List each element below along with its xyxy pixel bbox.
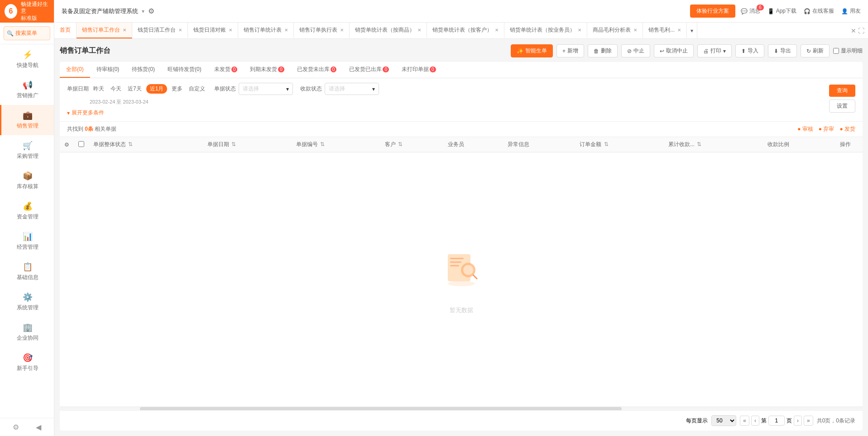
col-settings[interactable]: ⚙ xyxy=(60,137,74,152)
refresh-button[interactable]: ↻ 刷新 xyxy=(801,44,830,57)
sidebar-item-basic-info[interactable]: 📋 基础信息 xyxy=(0,256,54,287)
sidebar-item-purchase[interactable]: 🛒 采购管理 xyxy=(0,135,54,166)
date-more-btn[interactable]: 更多 xyxy=(170,84,184,94)
date-1month-btn[interactable]: 近1月 xyxy=(146,84,168,94)
topbar-gear-icon[interactable]: ⚙ xyxy=(148,7,154,15)
export-button[interactable]: ⬇ 导出 xyxy=(768,44,797,57)
new-button[interactable]: + 新增 xyxy=(556,44,584,57)
subtab-not-printed[interactable]: 未打印单据0 xyxy=(395,62,442,78)
tab-close-all-icon[interactable]: ✕ xyxy=(851,27,856,34)
deliver-action[interactable]: ● 发货 xyxy=(839,125,855,133)
select-all-checkbox[interactable] xyxy=(78,141,84,147)
last-page-button[interactable]: » xyxy=(804,416,813,426)
tab-close-icon[interactable]: ✕ xyxy=(417,28,421,33)
search-menu-button[interactable]: 🔍 搜索菜单 xyxy=(4,26,50,40)
sidebar-item-finance[interactable]: 💰 资金管理 xyxy=(0,196,54,226)
tab-close-icon[interactable]: ✕ xyxy=(578,28,581,33)
sort-amount-icon[interactable]: ⇅ xyxy=(604,141,609,147)
tab-cash-reconcile[interactable]: 钱货日清对账 ✕ xyxy=(188,23,238,38)
tab-sales-profit[interactable]: 销售毛利... ✕ xyxy=(643,23,687,38)
subtab-pending-audit[interactable]: 待审核(0) xyxy=(90,62,126,78)
tab-goods-stat-customer[interactable]: 销货单统计表（按客户） ✕ xyxy=(427,23,504,38)
sort-date-icon[interactable]: ⇅ xyxy=(231,141,236,147)
subtab-overdue-ship[interactable]: 到期未发货0 xyxy=(244,62,291,78)
subtab-not-shipped[interactable]: 未发货0 xyxy=(208,62,244,78)
sidebar-item-inventory[interactable]: 📦 库存核算 xyxy=(0,166,54,196)
date-custom-btn[interactable]: 自定义 xyxy=(187,84,207,94)
sort-number-icon[interactable]: ⇅ xyxy=(320,141,325,147)
show-detail-checkbox[interactable] xyxy=(833,48,839,54)
message-button[interactable]: 💬 消息 6 xyxy=(741,7,760,15)
sidebar-collapse-btn[interactable]: ◀ xyxy=(36,423,41,431)
sidebar-item-marketing[interactable]: 📢 营销推广 xyxy=(0,75,54,105)
unaudit-action[interactable]: ● 弃审 xyxy=(819,125,834,133)
sidebar-settings-btn[interactable]: ⚙ xyxy=(13,423,19,431)
date-yesterday-btn[interactable]: 昨天 xyxy=(91,84,106,94)
date-today-btn[interactable]: 今天 xyxy=(109,84,123,94)
prev-page-button[interactable]: ‹ xyxy=(751,416,759,426)
next-page-button[interactable]: › xyxy=(794,416,802,426)
subtab-shipped-out[interactable]: 已发货已出库0 xyxy=(343,62,395,78)
sort-collected-icon[interactable]: ⇅ xyxy=(697,141,701,147)
tab-close-icon[interactable]: ✕ xyxy=(495,28,499,33)
stop-icon: ⊘ xyxy=(627,48,632,54)
tab-sales-exec[interactable]: 销售订单执行表 ✕ xyxy=(294,23,350,38)
import-button[interactable]: ⬆ 导入 xyxy=(735,44,764,57)
show-detail-label[interactable]: 显示明细 xyxy=(833,47,863,55)
payment-select[interactable]: 请选择 ▾ xyxy=(325,83,379,95)
tab-close-icon[interactable]: ✕ xyxy=(340,28,344,33)
subtab-all[interactable]: 全部(0) xyxy=(60,62,90,78)
subtab-pending-pick[interactable]: 待拣货(0) xyxy=(125,62,161,78)
stop-button[interactable]: ⊘ 中止 xyxy=(621,44,650,57)
subtab-shipped-not-out[interactable]: 已发货未出库0 xyxy=(291,62,343,78)
sort-overall-status-icon[interactable]: ⇅ xyxy=(128,141,133,147)
delete-button[interactable]: 🗑 删除 xyxy=(588,44,618,57)
page-size-select[interactable]: 10 20 50 100 xyxy=(711,415,736,426)
sidebar-item-guide[interactable]: 🎯 新手引导 xyxy=(0,347,54,378)
tab-close-icon[interactable]: ✕ xyxy=(284,28,288,33)
tab-sales-stat[interactable]: 销售订单统计表 ✕ xyxy=(238,23,294,38)
query-button[interactable]: 查询 xyxy=(829,85,855,97)
topbar-dropdown-icon[interactable]: ▾ xyxy=(142,8,144,14)
date-options: 昨天 今天 近7天 近1月 更多 自定义 xyxy=(91,84,207,94)
tab-close-icon[interactable]: ✕ xyxy=(677,28,681,33)
tab-goods-stat-product[interactable]: 销货单统计表（按商品） ✕ xyxy=(350,23,427,38)
print-button[interactable]: 🖨 打印 ▾ xyxy=(697,44,732,57)
logo-icon: 6 xyxy=(5,4,17,19)
tab-close-icon[interactable]: ✕ xyxy=(123,28,126,33)
sidebar-item-operation[interactable]: 📊 经营管理 xyxy=(0,226,54,256)
tab-cash-clear[interactable]: 钱货日清工作台 ✕ xyxy=(132,23,188,38)
smart-generate-button[interactable]: ✨ 智能生单 xyxy=(511,44,553,57)
tab-more-button[interactable]: ▾ xyxy=(687,23,697,38)
sidebar-item-enterprise[interactable]: 🏢 企业协同 xyxy=(0,317,54,347)
horizontal-scrollbar[interactable] xyxy=(60,407,863,410)
tab-goods-stat-staff[interactable]: 销货单统计表（按业务员） ✕ xyxy=(504,23,587,38)
page-number-input[interactable] xyxy=(768,416,785,426)
audit-action[interactable]: ● 审核 xyxy=(797,125,813,133)
tab-home[interactable]: 首页 xyxy=(54,23,77,38)
purchase-icon: 🛒 xyxy=(23,141,33,151)
sort-customer-icon[interactable]: ⇅ xyxy=(398,141,403,147)
sidebar-item-system[interactable]: ⚙️ 系统管理 xyxy=(0,287,54,317)
filter-setting-button[interactable]: 设置 xyxy=(829,100,855,113)
tab-expand-icon[interactable]: ⛶ xyxy=(858,27,864,34)
expand-more-button[interactable]: ▾ 展开更多条件 xyxy=(67,109,104,117)
tab-close-icon[interactable]: ✕ xyxy=(229,28,232,33)
sidebar-item-quick-nav[interactable]: ⚡ 快捷导航 xyxy=(0,44,54,75)
operation-icon: 📊 xyxy=(23,232,33,242)
subtab-wangpu-ship[interactable]: 旺铺待发货(0) xyxy=(161,62,208,78)
app-download-button[interactable]: 📱 App下载 xyxy=(767,7,796,15)
cancel-stop-button[interactable]: ↩ 取消中止 xyxy=(654,44,694,57)
date-7days-btn[interactable]: 近7天 xyxy=(126,84,144,94)
col-checkbox[interactable] xyxy=(74,137,89,152)
tab-close-icon[interactable]: ✕ xyxy=(633,28,637,33)
first-page-button[interactable]: « xyxy=(740,416,749,426)
user-menu-button[interactable]: 👤 用友 xyxy=(841,7,861,15)
tab-close-icon[interactable]: ✕ xyxy=(178,28,182,33)
tab-sales-workbench[interactable]: 销售订单工作台 ✕ xyxy=(77,23,132,38)
sidebar-item-sales[interactable]: 💼 销售管理 xyxy=(0,105,54,135)
tab-profit-analysis[interactable]: 商品毛利分析表 ✕ xyxy=(587,23,643,38)
status-select[interactable]: 请选择 ▾ xyxy=(239,83,293,95)
solution-button[interactable]: 体验行业方案 xyxy=(690,5,735,18)
online-service-button[interactable]: 🎧 在线客服 xyxy=(804,7,834,15)
